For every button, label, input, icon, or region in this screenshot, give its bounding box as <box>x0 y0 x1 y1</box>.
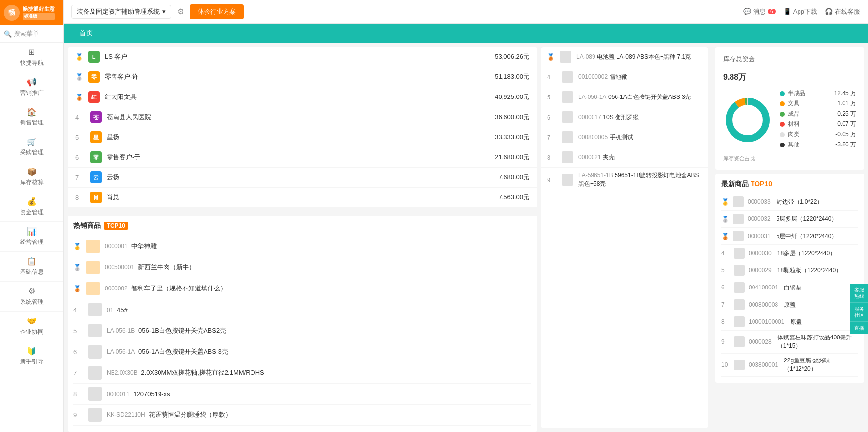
product-details: 000800005 手机测试 <box>578 133 702 142</box>
customer-name: LS 客户 <box>105 52 490 61</box>
product-sales-row: 7 000800005 手机测试 <box>541 127 708 147</box>
quicknav-icon: ⊞ <box>28 48 35 57</box>
product-image <box>734 299 745 310</box>
legend-dot <box>780 91 785 96</box>
chart-container: 半成品 12.45 万 文具 1.01 万 成品 0.25 万 材料 0.07 … <box>723 89 856 151</box>
legend-item: 其他 -3.86 万 <box>780 141 856 149</box>
hot-product-row: 6 LA-056-1A 056-1A白色按键开关盖ABS 3壳 <box>73 341 531 362</box>
product-details: LA-59651-1B 59651-1B旋转投影灯电池盒ABS黑色+58壳 <box>578 171 702 188</box>
sidebar-item-newguide[interactable]: 🔰新手引导 <box>0 341 63 371</box>
product-sales-row: 9 LA-59651-1B 59651-1B旋转投影灯电池盒ABS黑色+58壳 <box>541 168 708 192</box>
customer-amount: 33,333.00元 <box>495 133 529 142</box>
app-download-button[interactable]: 📱 App下载 <box>783 7 817 16</box>
customer-avatar: 零 <box>88 71 100 83</box>
product-medal: 🥈 <box>73 264 81 271</box>
product-image-placeholder <box>88 387 102 401</box>
product-image <box>86 261 100 274</box>
product-rank: 8 <box>547 154 557 161</box>
customer-row: 6 零 零售客户-于 21,680.00元 <box>68 147 537 168</box>
sidebar-item-inventory[interactable]: 📦库存核算 <box>0 162 63 192</box>
product-rank: 6 <box>73 348 83 356</box>
chevron-down-icon: ▾ <box>162 8 166 15</box>
trial-button[interactable]: 体验行业方案 <box>190 4 244 19</box>
customer-row: 7 云 云扬 7,680.00元 <box>68 168 537 188</box>
customer-row: 8 肖 肖总 7,563.00元 <box>68 188 537 208</box>
customer-name: 红太阳文具 <box>105 93 490 101</box>
customer-row: 4 苍 苍南县人民医院 36,600.00元 <box>68 107 537 127</box>
product-image <box>86 240 100 253</box>
sidebar-item-marketing[interactable]: 📢营销推广 <box>0 72 63 102</box>
product-image <box>733 196 744 207</box>
medal-icon: 🥈 <box>75 73 83 81</box>
header-right: 💬 消息 6 📱 App下载 🎧 在线客服 <box>743 7 860 16</box>
product-rank: 10 <box>721 361 730 368</box>
product-image <box>734 316 745 327</box>
chart-legend: 半成品 12.45 万 文具 1.01 万 成品 0.25 万 材料 0.07 … <box>780 89 856 151</box>
sidebar-item-system[interactable]: ⚙系统管理 <box>0 282 63 312</box>
customer-amount: 7,563.00元 <box>498 193 529 202</box>
customer-name: 零售客户-许 <box>105 72 490 81</box>
newguide-icon: 🔰 <box>27 346 37 356</box>
new-products-card: 最新商品 TOP10 🥇 0000033 封边带（1.0*22） 🥈 00000… <box>715 174 864 383</box>
product-image <box>734 360 745 370</box>
inventory-donut-chart <box>723 96 772 144</box>
sidebar-item-enterprise[interactable]: 🤝企业协同 <box>0 312 63 341</box>
customer-avatar: 云 <box>90 171 102 183</box>
medal-icon: 🥉 <box>75 94 83 101</box>
product-medal: 🥉 <box>73 285 81 292</box>
sidebar-item-purchase[interactable]: 🛒采购管理 <box>0 132 63 162</box>
sidebar-item-finance[interactable]: 💰资金管理 <box>0 192 63 222</box>
settings-icon[interactable]: ⚙ <box>177 7 184 16</box>
product-rank: 4 <box>73 306 83 313</box>
float-panel: 客服热线服务社区直播 <box>850 284 868 334</box>
float-menu-item[interactable]: 服务社区 <box>850 303 868 322</box>
product-sales-row: 4 001000002 雪地靴 <box>541 67 708 87</box>
main-content: 装备及固定资产辅助管理系统 ▾ ⚙ 体验行业方案 💬 消息 6 📱 App下载 … <box>64 0 868 432</box>
new-product-row: 8 10000100001 原盖 <box>721 313 858 331</box>
new-product-row: 5 0000029 18颗粒板（1220*2440） <box>721 262 858 279</box>
logo-text: 畅捷通好生意 标准版 <box>23 5 55 20</box>
legend-item: 成品 0.25 万 <box>780 110 856 118</box>
search-menu[interactable]: 🔍 搜索菜单 <box>0 25 63 43</box>
sidebar-item-basics[interactable]: 📋基础信息 <box>0 252 63 282</box>
new-product-row: 🥇 0000033 封边带（1.0*22） <box>721 193 858 211</box>
sidebar-item-quicknav[interactable]: ⊞快捷导航 <box>0 43 63 72</box>
new-product-row: 9 0000028 体赋嘉枝味苏打饮品400毫升（1*15） <box>721 331 858 354</box>
sidebar-nav: ⊞快捷导航📢营销推广🏠销售管理🛒采购管理📦库存核算💰资金管理📊经营管理📋基础信息… <box>0 43 63 432</box>
logo-icon: 畅 <box>4 5 20 21</box>
product-medal: 🥇 <box>73 243 81 250</box>
customer-row: 🥈 零 零售客户-许 51,183.00元 <box>68 67 537 87</box>
right-panel: 库存总资金 9.88万 <box>711 43 868 432</box>
system-selector[interactable]: 装备及固定资产辅助管理系统 ▾ <box>71 5 171 19</box>
product-info: 0000011 12070519-xs <box>107 390 170 398</box>
float-menu-item[interactable]: 客服热线 <box>850 284 868 303</box>
customer-name: 肖总 <box>107 193 493 202</box>
product-rank: 7 <box>721 301 730 308</box>
svg-point-4 <box>733 105 762 135</box>
product-details: LA-089 电池盖 LA-089 ABS本色+黑种 7.1克 <box>576 53 702 61</box>
product-info: LA-056-1B 056-1B白色按键开关壳ABS2壳 <box>107 326 226 335</box>
legend-item: 肉类 -0.05 万 <box>780 130 856 139</box>
product-image-placeholder <box>88 408 102 422</box>
legend-dot <box>780 101 785 106</box>
tab-home[interactable]: 首页 <box>71 25 101 42</box>
product-sales-row: 5 LA-056-1A 056-1A白色按键开关盖ABS 3壳 <box>541 87 708 107</box>
product-rank: 6 <box>721 284 730 291</box>
message-button[interactable]: 💬 消息 6 <box>743 7 776 16</box>
hot-product-row: 8 0000011 12070519-xs <box>73 384 531 405</box>
customer-avatar: 肖 <box>90 192 102 203</box>
float-menu-item[interactable]: 直播 <box>850 322 868 334</box>
online-service-button[interactable]: 🎧 在线客服 <box>825 7 860 16</box>
customer-avatar: 星 <box>90 131 102 143</box>
sidebar: 畅 畅捷通好生意 标准版 🔍 搜索菜单 ⊞快捷导航📢营销推广🏠销售管理🛒采购管理… <box>0 0 64 432</box>
sidebar-item-operations[interactable]: 📊经营管理 <box>0 222 63 252</box>
customer-amount: 51,183.00元 <box>495 72 529 81</box>
product-details: 0000021 夹壳 <box>578 153 702 162</box>
hot-product-row: 🥇 0000001 中华神雕 <box>73 236 531 257</box>
product-info: 0000001 中华神雕 <box>105 242 157 251</box>
sidebar-item-sales[interactable]: 🏠销售管理 <box>0 102 63 132</box>
operations-icon: 📊 <box>27 227 37 236</box>
product-image <box>734 248 745 259</box>
product-rank: 7 <box>547 134 557 141</box>
product-medal: 🥉 <box>547 53 555 61</box>
